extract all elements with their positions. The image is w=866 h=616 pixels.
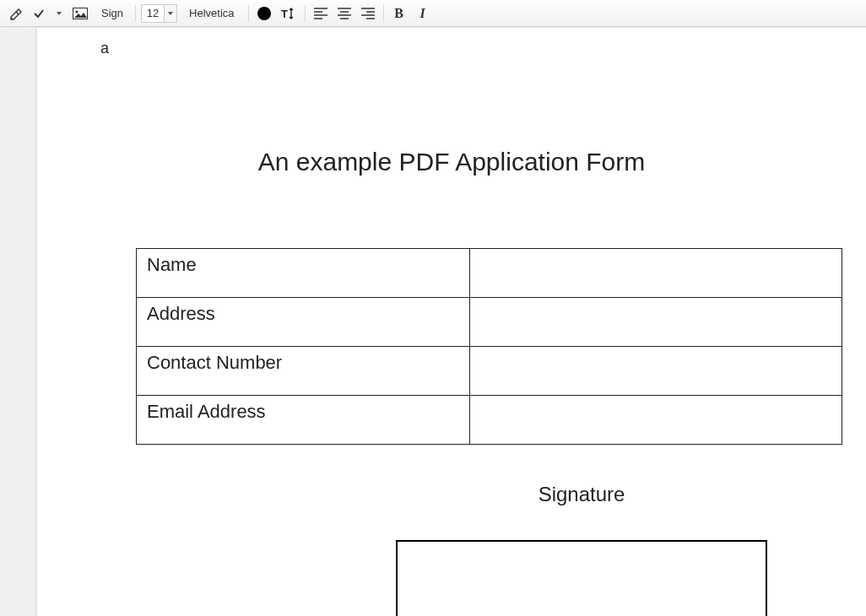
sign-button[interactable]: Sign xyxy=(95,3,130,24)
font-size-input[interactable]: 12 xyxy=(141,4,165,23)
stray-text[interactable]: a xyxy=(100,40,109,57)
font-name-selector[interactable]: Helvetica xyxy=(181,3,242,24)
eraser-icon[interactable] xyxy=(5,3,25,24)
text-color-button[interactable] xyxy=(254,3,274,24)
field-value[interactable] xyxy=(470,298,842,347)
image-icon[interactable] xyxy=(69,3,91,24)
italic-icon: I xyxy=(419,6,425,21)
align-center-button[interactable] xyxy=(334,3,355,24)
bold-icon: B xyxy=(394,6,403,21)
font-size-spinner[interactable] xyxy=(164,4,177,23)
color-circle-icon xyxy=(257,7,271,20)
field-label: Name xyxy=(137,249,470,298)
toolbar-separator xyxy=(383,5,384,22)
editor-canvas: a An example PDF Application Form Name A… xyxy=(0,27,866,616)
field-value[interactable] xyxy=(470,347,842,396)
field-value[interactable] xyxy=(470,396,842,445)
font-size-group: 12 xyxy=(141,3,177,24)
signature-label: Signature xyxy=(396,483,767,506)
font-name-label: Helvetica xyxy=(189,7,234,19)
field-label: Contact Number xyxy=(137,347,470,396)
sign-label: Sign xyxy=(101,7,123,19)
field-label: Email Address xyxy=(137,396,470,445)
document-page[interactable]: a An example PDF Application Form Name A… xyxy=(36,28,866,616)
table-row: Address xyxy=(137,298,842,347)
signature-box[interactable] xyxy=(396,540,767,616)
field-label: Address xyxy=(137,298,470,347)
form-table: Name Address Contact Number Email Addres… xyxy=(136,248,842,445)
field-value[interactable] xyxy=(470,249,842,298)
checkmark-icon[interactable] xyxy=(29,3,49,24)
align-right-button[interactable] xyxy=(358,3,378,24)
toolbar-separator xyxy=(248,5,249,22)
toolbar-separator xyxy=(305,5,306,22)
form-title: An example PDF Application Form xyxy=(37,148,866,176)
line-height-button[interactable]: T xyxy=(278,3,300,24)
svg-point-1 xyxy=(76,10,78,13)
align-left-button[interactable] xyxy=(311,3,331,24)
table-row: Email Address xyxy=(137,396,842,445)
checkmark-dropdown-icon[interactable] xyxy=(52,3,66,24)
svg-text:T: T xyxy=(281,8,288,20)
italic-button[interactable]: I xyxy=(413,3,433,24)
table-row: Name xyxy=(137,249,842,298)
table-row: Contact Number xyxy=(137,347,842,396)
toolbar-separator xyxy=(135,5,136,22)
bold-button[interactable]: B xyxy=(389,3,409,24)
toolbar: Sign 12 Helvetica T B I xyxy=(0,0,866,27)
